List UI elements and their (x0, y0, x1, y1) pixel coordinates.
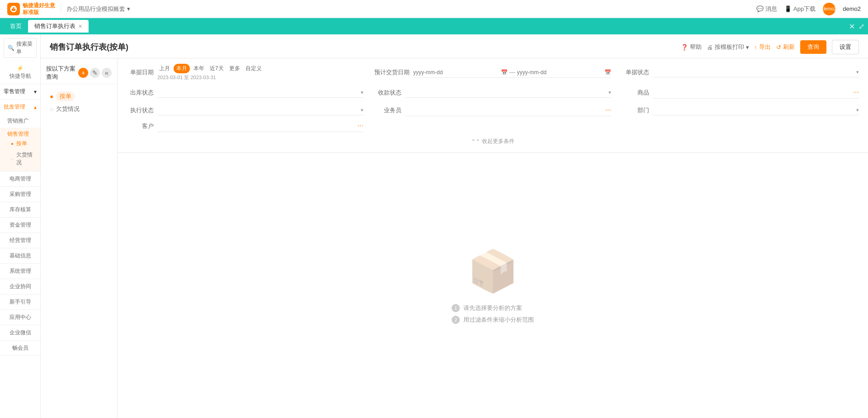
main-layout: 🔍 搜索菜单 ⚡ 快捷导航 零售管理 ▾ 批发管理 ▴ 营销推广 销售管理 (0, 34, 868, 418)
sidebar-item-purchase[interactable]: 采购管理 (0, 187, 40, 202)
tab-sales-exec[interactable]: 销售订单执行表 ✕ (28, 20, 89, 33)
industry-select[interactable]: 办公用品行业模拟账套 ▾ (61, 5, 130, 13)
sidebar-item-newbie[interactable]: 新手引导 (0, 294, 40, 310)
print-btn[interactable]: 🖨 按模板打印 ▾ (707, 43, 749, 51)
filter-row-1: 单据日期 上月 本月 本年 近7天 更多 自定义 (127, 64, 859, 81)
search-icon: 🔍 (8, 45, 14, 51)
collapse-scheme-btn[interactable]: « (102, 68, 112, 78)
add-scheme-btn[interactable]: + (78, 68, 88, 78)
top-bar-right: 💬 消息 📱 App下载 demo2 demo2 (756, 3, 861, 15)
order-status-arrow-icon: ▾ (856, 69, 859, 75)
salesperson-dots-btn[interactable]: ··· (605, 106, 611, 114)
calendar-start-icon[interactable]: 📅 (501, 69, 508, 76)
sidebar-sub-item-debt[interactable]: ○ 欠货情况 (11, 149, 33, 168)
expected-date-end-input[interactable] (517, 69, 603, 76)
expected-date-label: 预计交货日期 (374, 68, 410, 76)
sidebar-item-wholesale[interactable]: 批发管理 ▴ (0, 100, 40, 114)
tab-minimize-btn[interactable]: ✕ (849, 22, 855, 31)
sidebar-item-enterprise[interactable]: 企业协同 (0, 279, 40, 294)
filter-item-customer: 客户 ··· (127, 120, 363, 132)
sidebar-item-quicknav[interactable]: ⚡ 快捷导航 (0, 62, 40, 84)
search-btn[interactable]: 查询 (800, 40, 826, 54)
sidebar-group-wholesale: 批发管理 ▴ 营销推广 销售管理 ● 按单 ○ 欠货情况 (0, 100, 40, 171)
scheme-item-debt[interactable]: ○ 欠货情况 (46, 103, 112, 115)
goods-field: ··· (653, 86, 859, 99)
debt-icon: ○ (11, 157, 14, 162)
sidebar-item-finance[interactable]: 资金管理 (0, 218, 40, 233)
exec-status-select[interactable]: ▾ (157, 105, 363, 115)
date-opt-this-year[interactable]: 本年 (192, 64, 206, 73)
customer-label: 客户 (127, 122, 154, 130)
tab-close-icon[interactable]: ✕ (78, 24, 82, 29)
empty-step-1: 1 请先选择要分析的方案 (452, 304, 534, 312)
settings-btn[interactable]: 设置 (832, 40, 859, 54)
filter-item-payment: 收款状态 ▾ (374, 86, 611, 99)
chevron-icon: ▾ (34, 89, 37, 95)
tab-home[interactable]: 首页 (4, 20, 28, 33)
delivery-status-select[interactable]: ▾ (157, 88, 363, 98)
sidebar-item-system[interactable]: 系统管理 (0, 264, 40, 279)
date-opt-last-month[interactable]: 上月 (157, 64, 172, 73)
sidebar-item-operation[interactable]: 经营管理 (0, 233, 40, 248)
sidebar-sub-item-marketing[interactable]: 营销推广 (0, 114, 40, 128)
empty-step-2: 2 用过滤条件来缩小分析范围 (452, 316, 534, 324)
logo-svg (9, 5, 18, 13)
filter-form: 单据日期 上月 本月 本年 近7天 更多 自定义 (118, 58, 868, 153)
sidebar-item-ecommerce[interactable]: 电商管理 (0, 171, 40, 187)
chevron-down-icon: ▾ (127, 5, 130, 12)
sidebar-item-inventory[interactable]: 库存核算 (0, 202, 40, 218)
app-download-btn[interactable]: 📱 App下载 (784, 5, 816, 13)
sidebar-sub-item-sales[interactable]: 销售管理 ● 按单 ○ 欠货情况 (0, 128, 40, 171)
filter-item-salesperson: 业务员 ··· (374, 104, 611, 116)
payment-status-select[interactable]: ▾ (405, 88, 611, 98)
date-option-list: 上月 本月 本年 近7天 更多 自定义 (157, 64, 363, 73)
page-header-actions: ❓ 帮助 🖨 按模板打印 ▾ ↑ 导出 ↺ 刷新 查询 设置 (681, 40, 859, 54)
help-icon: ❓ (681, 44, 688, 51)
page-title: 销售订单执行表(按单) (50, 42, 128, 52)
customer-dots-btn[interactable]: ··· (358, 122, 363, 130)
refresh-btn[interactable]: ↺ 刷新 (776, 43, 795, 51)
message-icon: 💬 (756, 5, 764, 12)
date-options-row: 上月 本月 本年 近7天 更多 自定义 2023-03-01 至 (157, 64, 363, 81)
exec-arrow-icon: ▾ (361, 107, 363, 113)
expected-date-range: 📅 — 📅 (413, 67, 611, 78)
scheme-item-order[interactable]: ● 按单 (46, 90, 112, 103)
filter-item-date: 单据日期 上月 本月 本年 近7天 更多 自定义 (127, 64, 363, 81)
right-panel: 单据日期 上月 本月 本年 近7天 更多 自定义 (118, 58, 868, 418)
date-opt-7days[interactable]: 近7天 (208, 64, 226, 73)
filter-item-expected-date: 预计交货日期 📅 — 📅 (374, 64, 611, 81)
logo-icon (7, 3, 20, 15)
app-icon: 📱 (784, 5, 792, 12)
date-label: 单据日期 (127, 68, 154, 76)
expected-date-start-input[interactable] (413, 69, 499, 76)
sidebar-item-appstore[interactable]: 应用中心 (0, 310, 40, 325)
sidebar-item-basic[interactable]: 基础信息 (0, 248, 40, 264)
delivery-arrow-icon: ▾ (361, 90, 363, 95)
sidebar-item-retail[interactable]: 零售管理 ▾ (0, 84, 40, 99)
filter-item-exec-status: 执行状态 ▾ (127, 104, 363, 116)
main-content: 按以下方案查询 + ✎ « ● 按单 ○ 欠货情况 (41, 58, 868, 418)
sidebar-item-member[interactable]: 畅会员 (0, 341, 40, 356)
goods-dots-btn[interactable]: ··· (853, 88, 859, 96)
calendar-end-icon[interactable]: 📅 (604, 69, 611, 76)
message-btn[interactable]: 💬 消息 (756, 5, 777, 13)
print-icon: 🖨 (707, 44, 713, 51)
sidebar-item-wechat[interactable]: 企业微信 (0, 325, 40, 341)
date-opt-custom[interactable]: 自定义 (244, 64, 264, 73)
filter-item-order-status: 单据状态 ▾ (622, 64, 859, 81)
date-opt-this-month[interactable]: 本月 (174, 64, 190, 73)
search-menu-btn[interactable]: 🔍 搜索菜单 (4, 38, 37, 58)
sidebar-sub-item-order[interactable]: ● 按单 (11, 138, 33, 149)
payment-arrow-icon: ▾ (609, 90, 611, 95)
avatar[interactable]: demo2 (823, 3, 835, 15)
collapse-bar[interactable]: ⌃⌃ 收起更多条件 (127, 136, 859, 147)
dept-select[interactable]: ▾ (653, 105, 859, 115)
help-btn[interactable]: ❓ 帮助 (681, 43, 702, 51)
export-btn[interactable]: ↑ 导出 (755, 43, 771, 51)
logo-text: 畅捷通好生意 标准版 (23, 2, 55, 15)
tab-maximize-btn[interactable]: ⤢ (859, 22, 864, 31)
order-status-select[interactable]: ▾ (653, 67, 859, 77)
date-opt-more[interactable]: 更多 (227, 64, 242, 73)
edit-scheme-btn[interactable]: ✎ (90, 68, 100, 78)
date-range-display: 2023-03-01 至 2023-03-31 (157, 74, 363, 81)
